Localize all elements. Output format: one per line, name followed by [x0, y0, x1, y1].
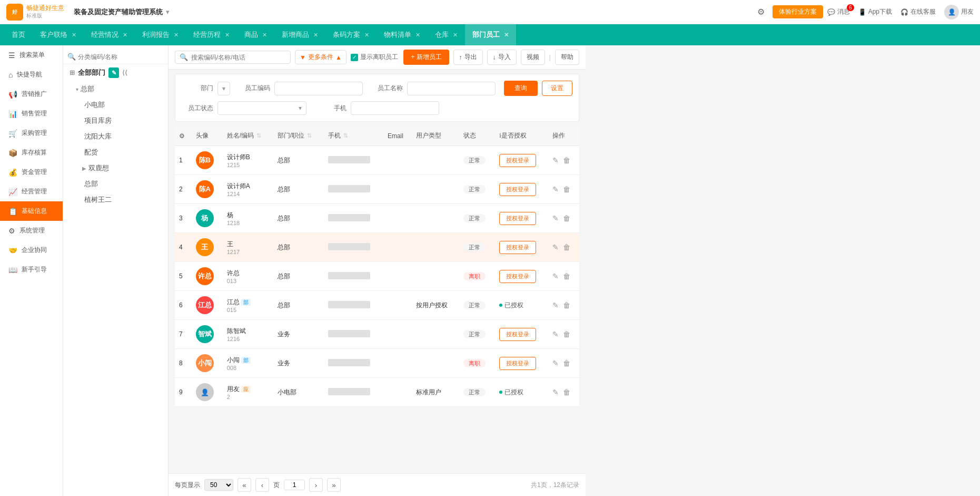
nav-tab-6[interactable]: 新增商品✕: [274, 24, 325, 45]
system-dropdown-icon[interactable]: ▾: [166, 8, 170, 16]
edit-icon-5[interactable]: ✎: [552, 301, 559, 309]
edit-icon-8[interactable]: ✎: [552, 388, 559, 396]
tab-close-3[interactable]: ✕: [174, 32, 179, 38]
delete-icon-2[interactable]: 🗑: [563, 214, 570, 222]
sidebar-item-6[interactable]: 💰资金管理: [0, 162, 63, 182]
tab-close-5[interactable]: ✕: [262, 32, 267, 38]
last-page-btn[interactable]: »: [327, 478, 341, 492]
help-btn[interactable]: 帮助: [555, 50, 579, 65]
sidebar-item-3[interactable]: 📊销售管理: [0, 104, 63, 123]
edit-icon-3[interactable]: ✎: [552, 243, 559, 251]
prev-page-btn[interactable]: ‹: [255, 478, 269, 492]
nav-tab-9[interactable]: 仓库✕: [428, 24, 465, 45]
app-download-btn[interactable]: 📱 App下载: [858, 7, 892, 16]
tab-close-2[interactable]: ✕: [123, 32, 127, 38]
add-employee-btn[interactable]: + 新增员工: [403, 50, 449, 65]
settings-icon[interactable]: ⚙: [754, 5, 768, 20]
dept-item-3[interactable]: 沈阳大库: [63, 129, 168, 144]
edit-icon-6[interactable]: ✎: [552, 330, 559, 338]
emp-code-input[interactable]: [274, 82, 363, 95]
more-filter-btn[interactable]: ▼ 更多条件 ▲: [295, 50, 347, 64]
sidebar-item-5[interactable]: 📦库存核算: [0, 143, 63, 162]
sidebar-item-8[interactable]: 📋基础信息: [0, 201, 63, 221]
export-btn[interactable]: ↑ 导出: [453, 50, 483, 65]
auth-btn-7[interactable]: 授权登录: [499, 357, 536, 370]
delete-icon-1[interactable]: 🗑: [563, 185, 570, 193]
sidebar-item-7[interactable]: 📈经营管理: [0, 182, 63, 201]
nav-tab-5[interactable]: 商品✕: [237, 24, 274, 45]
tab-close-4[interactable]: ✕: [225, 32, 230, 38]
delete-icon-7[interactable]: 🗑: [563, 359, 570, 367]
edit-icon-0[interactable]: ✎: [552, 156, 559, 164]
sidebar-item-9[interactable]: ⚙系统管理: [0, 221, 63, 240]
dept-item-1[interactable]: 小电部: [63, 97, 168, 113]
import-btn[interactable]: ↓ 导入: [487, 50, 517, 65]
first-page-btn[interactable]: «: [237, 478, 251, 492]
delete-icon-5[interactable]: 🗑: [563, 301, 570, 309]
online-service-btn[interactable]: 🎧 在线客服: [900, 7, 936, 16]
sidebar-item-1[interactable]: ⌂快捷导航: [0, 65, 63, 84]
sidebar-item-10[interactable]: 🤝企业协同: [0, 240, 63, 260]
sidebar-item-0[interactable]: ☰搜索菜单: [0, 45, 63, 65]
auth-btn-0[interactable]: 授权登录: [499, 154, 536, 167]
next-page-btn[interactable]: ›: [309, 478, 323, 492]
tab-close-7[interactable]: ✕: [364, 32, 369, 38]
nav-tab-7[interactable]: 条码方案✕: [325, 24, 377, 45]
auth-btn-2[interactable]: 授权登录: [499, 212, 536, 225]
message-btn[interactable]: 💬 消息 6: [827, 7, 850, 16]
dept-filter-select[interactable]: ▾: [217, 82, 230, 95]
sidebar-item-2[interactable]: 📢营销推广: [0, 84, 63, 104]
delete-icon-6[interactable]: 🗑: [563, 330, 570, 338]
nav-tab-8[interactable]: 物料清单✕: [377, 24, 428, 45]
nav-tab-3[interactable]: 利润报告✕: [135, 24, 186, 45]
auth-btn-4[interactable]: 授权登录: [499, 270, 536, 283]
nav-tab-10[interactable]: 部门员工✕: [465, 24, 516, 45]
col-phone[interactable]: 手机 ⇅: [324, 126, 383, 146]
dept-all-label[interactable]: 全部部门: [78, 68, 105, 77]
edit-icon-2[interactable]: ✎: [552, 214, 559, 222]
delete-icon-0[interactable]: 🗑: [563, 156, 570, 164]
dept-item-5[interactable]: ▶ 双鹿想: [63, 160, 168, 176]
edit-icon-4[interactable]: ✎: [552, 272, 559, 280]
auth-btn-1[interactable]: 授权登录: [499, 183, 536, 196]
dept-item-6[interactable]: 总部: [63, 176, 168, 192]
edit-icon-1[interactable]: ✎: [552, 185, 559, 193]
dept-item-4[interactable]: 配货: [63, 144, 168, 160]
tab-close-10[interactable]: ✕: [504, 32, 509, 38]
col-dept[interactable]: 部门/职位 ⇅: [273, 126, 324, 146]
employee-search-box[interactable]: 🔍: [175, 51, 291, 64]
tab-close-9[interactable]: ✕: [453, 32, 458, 38]
auth-btn-6[interactable]: 授权登录: [499, 328, 536, 341]
query-btn[interactable]: 查询: [504, 81, 538, 96]
tab-close-1[interactable]: ✕: [72, 32, 76, 38]
show-resigned-toggle[interactable]: ✓ 显示离职员工: [351, 53, 398, 62]
nav-tab-0[interactable]: 首页: [4, 24, 33, 45]
sidebar-item-4[interactable]: 🛒采购管理: [0, 123, 63, 143]
set-btn[interactable]: 设置: [542, 81, 572, 96]
experience-btn[interactable]: 体验行业方案: [773, 5, 823, 18]
delete-icon-3[interactable]: 🗑: [563, 243, 570, 251]
emp-status-select[interactable]: ▾: [217, 101, 306, 115]
nav-tab-1[interactable]: 客户联络✕: [33, 24, 84, 45]
sidebar-item-11[interactable]: 📖新手引导: [0, 260, 63, 279]
delete-icon-8[interactable]: 🗑: [563, 388, 570, 396]
col-name[interactable]: 姓名/编码 ⇅: [223, 126, 273, 146]
tab-close-6[interactable]: ✕: [313, 32, 318, 38]
auth-btn-3[interactable]: 授权登录: [499, 241, 536, 254]
view-btn[interactable]: 视频: [521, 50, 545, 65]
col-settings[interactable]: ⚙: [175, 126, 192, 146]
dept-collapse-icon[interactable]: ⟨⟨: [122, 69, 127, 76]
delete-icon-4[interactable]: 🗑: [563, 272, 570, 280]
page-input[interactable]: [284, 480, 305, 490]
search-input[interactable]: [191, 54, 286, 61]
emp-name-input[interactable]: [407, 82, 496, 95]
nav-tab-4[interactable]: 经营历程✕: [186, 24, 237, 45]
dept-item-0[interactable]: ▾ 总部: [63, 81, 168, 97]
dept-item-2[interactable]: 项目库房: [63, 113, 168, 129]
dept-search-box[interactable]: 🔍: [63, 50, 168, 64]
phone-input[interactable]: [351, 101, 440, 115]
user-menu[interactable]: 👤 用友: [944, 5, 974, 20]
dept-search-input[interactable]: [78, 53, 164, 61]
per-page-select[interactable]: 50 100: [204, 479, 233, 491]
tab-close-8[interactable]: ✕: [415, 32, 420, 38]
